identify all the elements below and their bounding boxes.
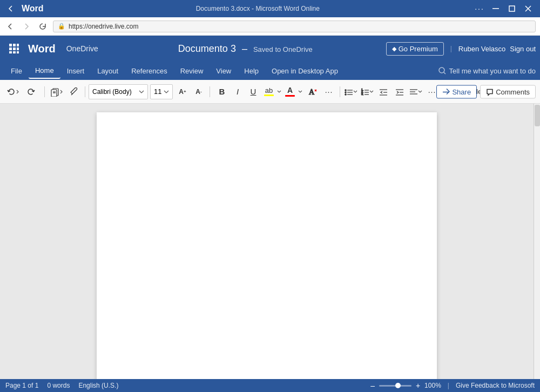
vertical-scrollbar[interactable] — [534, 104, 540, 379]
format-painter-button[interactable] — [68, 84, 82, 99]
font-name-label: Calibri (Body) — [92, 88, 137, 96]
window-controls: ··· — [472, 2, 536, 15]
nav-back-button[interactable] — [4, 21, 16, 32]
document-title: Documento 3 – Saved to OneDrive — [178, 43, 313, 54]
diamond-icon: ◆ — [392, 45, 396, 52]
sign-out-link[interactable]: Sign out — [510, 45, 536, 53]
share-group: Share Comments — [436, 85, 536, 99]
minimize-button[interactable] — [488, 2, 503, 15]
svg-rect-0 — [492, 8, 499, 9]
font-family-selector[interactable]: Calibri (Body) — [89, 84, 148, 99]
highlight-button[interactable]: ab — [263, 84, 275, 99]
highlight-color-bar — [264, 94, 274, 96]
app-title: Word — [22, 4, 44, 13]
more-format-button[interactable]: ··· — [321, 84, 336, 99]
svg-line-19 — [71, 94, 72, 95]
back-button[interactable] — [4, 2, 17, 15]
comments-button[interactable]: Comments — [480, 85, 536, 99]
word-count: 0 words — [47, 382, 70, 389]
font-color-dropdown[interactable] — [296, 84, 304, 99]
svg-point-13 — [439, 67, 444, 73]
refresh-button[interactable] — [37, 21, 49, 32]
menu-help[interactable]: Help — [238, 63, 265, 79]
svg-text:3.: 3. — [361, 92, 363, 96]
bullets-button[interactable] — [343, 84, 359, 99]
clear-format-button[interactable]: A — [305, 84, 320, 99]
address-field[interactable]: 🔒 https://onedrive.live.com — [53, 21, 536, 32]
menu-review[interactable]: Review — [174, 63, 210, 79]
outdent-button[interactable] — [376, 84, 391, 99]
zoom-level: 100% — [424, 382, 441, 389]
clipboard-button[interactable] — [48, 84, 66, 99]
go-premium-button[interactable]: ◆ Go Premium — [386, 42, 444, 56]
svg-text:A: A — [309, 88, 315, 96]
title-bar: Word Documento 3.docx - Microsoft Word O… — [0, 0, 540, 17]
url-text: https://onedrive.live.com — [69, 23, 138, 30]
highlight-dropdown[interactable] — [275, 84, 283, 99]
separator-1 — [44, 86, 45, 97]
highlight-label: ab — [264, 87, 274, 94]
menu-file[interactable]: File — [4, 63, 29, 79]
underline-button[interactable]: U — [246, 84, 261, 99]
menu-home[interactable]: Home — [29, 63, 60, 79]
svg-point-23 — [345, 89, 346, 90]
app-grid-button[interactable] — [4, 39, 24, 58]
menu-layout[interactable]: Layout — [91, 63, 125, 79]
svg-rect-1 — [509, 6, 515, 11]
content-area — [0, 104, 540, 379]
share-button[interactable]: Share — [436, 85, 477, 99]
zoom-thumb — [395, 383, 401, 388]
font-increase-button[interactable]: A+ — [175, 84, 190, 99]
menu-references[interactable]: References — [125, 63, 173, 79]
word-logo: Word — [28, 43, 56, 55]
ribbon: Calibri (Body) 11 A+ A- B I U ab — [0, 80, 540, 104]
menu-bar: File Home Insert Layout References Revie… — [0, 62, 540, 80]
language[interactable]: English (U.S.) — [78, 382, 118, 389]
status-right: – + 100% | Give Feedback to Microsoft — [370, 381, 535, 390]
font-color-button[interactable]: A — [284, 84, 296, 99]
font-size-selector[interactable]: 11 — [150, 84, 173, 99]
text-format-group: B I U — [214, 84, 261, 99]
status-bar: Page 1 of 1 0 words English (U.S.) – + 1… — [0, 379, 540, 392]
close-button[interactable] — [521, 2, 536, 15]
scrollbar-thumb[interactable] — [535, 105, 540, 126]
feedback-label[interactable]: Give Feedback to Microsoft — [456, 382, 535, 389]
menu-view[interactable]: View — [210, 63, 238, 79]
font-decrease-button[interactable]: A- — [191, 84, 206, 99]
undo-button[interactable] — [4, 84, 23, 99]
document-page[interactable] — [97, 112, 437, 379]
app-bar: Word OneDrive Documento 3 – Saved to One… — [0, 36, 540, 62]
svg-rect-11 — [13, 51, 16, 53]
svg-point-27 — [345, 93, 346, 94]
zoom-minus-button[interactable]: – — [370, 381, 375, 390]
lock-icon: 🔒 — [58, 23, 65, 30]
font-size-label: 11 — [154, 87, 161, 96]
svg-rect-6 — [17, 44, 19, 46]
indent-button[interactable] — [392, 84, 407, 99]
zoom-slider[interactable] — [379, 385, 411, 387]
redo-button[interactable] — [24, 84, 38, 99]
svg-rect-4 — [9, 44, 12, 46]
app-window: Word Documento 3.docx - Microsoft Word O… — [0, 0, 540, 392]
onedrive-label[interactable]: OneDrive — [66, 44, 98, 53]
undo-redo-group — [4, 84, 38, 99]
svg-line-14 — [444, 72, 446, 74]
document-scroll-area[interactable] — [0, 104, 534, 379]
title-bar-more[interactable]: ··· — [472, 2, 487, 15]
numbering-button[interactable]: 1.2.3. — [360, 84, 375, 99]
bold-button[interactable]: B — [214, 84, 230, 99]
restore-button[interactable] — [504, 2, 519, 15]
nav-forward-button[interactable] — [21, 21, 32, 32]
zoom-plus-button[interactable]: + — [416, 381, 420, 390]
svg-point-25 — [345, 91, 346, 92]
menu-open-desktop[interactable]: Open in Desktop App — [265, 63, 345, 79]
align-button[interactable] — [408, 84, 423, 99]
font-color-bar — [285, 95, 295, 97]
svg-rect-10 — [9, 51, 12, 53]
menu-insert[interactable]: Insert — [60, 63, 91, 79]
page-info: Page 1 of 1 — [5, 382, 38, 389]
user-name: Ruben Velasco — [458, 45, 505, 53]
app-bar-right: ◆ Go Premium | Ruben Velasco Sign out — [386, 42, 536, 56]
search-area[interactable]: Tell me what you want to do — [438, 67, 536, 75]
italic-button[interactable]: I — [230, 84, 245, 99]
